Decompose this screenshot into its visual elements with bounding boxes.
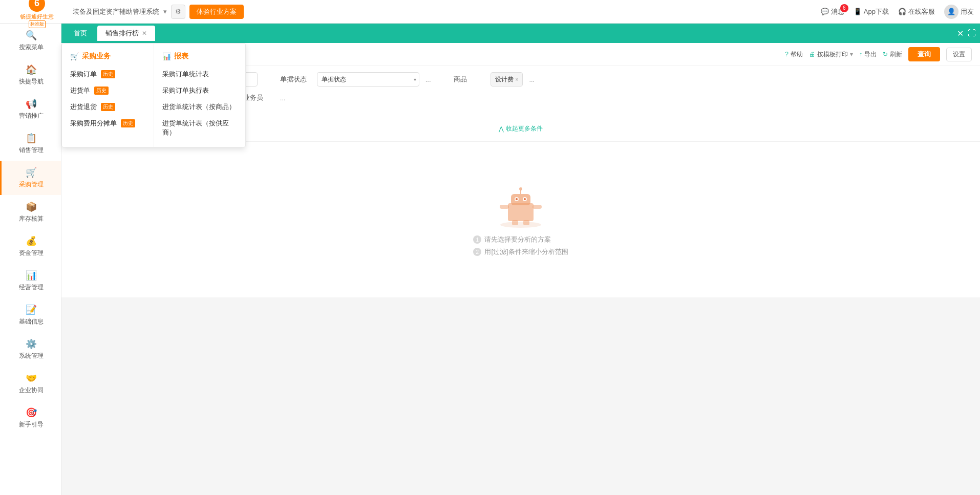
tip2-text: 用[过滤]条件来缩小分析范围 xyxy=(484,247,568,256)
tab-close-window-icon[interactable]: ✕ xyxy=(957,29,964,38)
empty-text: 1 请先选择要分析的方案 2 用[过滤]条件来缩小分析范围 xyxy=(473,235,568,256)
sidebar-item-basic[interactable]: 📝 基础信息 xyxy=(0,298,61,332)
salesman-label: 业务员 xyxy=(243,93,274,102)
print-btn[interactable]: 🖨 按模板打印 ▾ xyxy=(809,50,853,59)
purchase-cost-label: 采购费用分摊单 xyxy=(70,119,117,128)
svg-rect-11 xyxy=(512,220,518,225)
tab-expand-icon[interactable]: ⛶ xyxy=(968,29,976,38)
sidebar-label-marketing: 营销推广 xyxy=(19,112,44,120)
collapse-arrow-icon: ⋀ xyxy=(499,125,504,133)
doc-status-dots[interactable]: ... xyxy=(425,76,431,83)
report-header-icon: 📊 xyxy=(162,52,171,60)
dropdown-purchase-title: 采购业务 xyxy=(82,52,111,61)
dropdown-item-purchase-order[interactable]: 采购订单 历史 xyxy=(62,66,154,82)
enterprise-icon: 🤝 xyxy=(26,373,37,384)
history-tag-4: 历史 xyxy=(121,119,135,127)
marketing-icon: 📢 xyxy=(26,98,37,110)
export-btn[interactable]: ↑ 导出 xyxy=(859,50,877,59)
doc-status-select[interactable]: 单据状态 xyxy=(317,72,419,87)
dropdown-item-report-order-exec[interactable]: 采购订单执行表 xyxy=(154,82,246,99)
help-btn[interactable]: ? 帮助 xyxy=(785,50,803,59)
tab-close-icon[interactable]: ✕ xyxy=(142,30,147,37)
operation-icon: 📊 xyxy=(26,270,37,281)
tab-sales-rank[interactable]: 销售排行榜 ✕ xyxy=(97,26,155,41)
svg-rect-1 xyxy=(508,203,534,221)
svg-point-5 xyxy=(516,198,518,200)
tip1-text: 请先选择要分析的方案 xyxy=(484,235,551,244)
tab-sales-rank-label: 销售排行榜 xyxy=(105,29,139,38)
tab-bar-right: ✕ ⛶ xyxy=(957,29,976,38)
print-label: 按模板打印 xyxy=(817,50,848,59)
message-icon: 💬 xyxy=(821,8,829,15)
user-btn[interactable]: 👤 用友 xyxy=(944,5,974,19)
sidebar-item-operation[interactable]: 📊 经营管理 xyxy=(0,264,61,298)
sidebar-item-finance[interactable]: 💰 资金管理 xyxy=(0,229,61,264)
sidebar-item-purchase[interactable]: 🛒 采购管理 xyxy=(0,161,61,195)
query-button[interactable]: 查询 xyxy=(908,47,940,61)
salesman-dots[interactable]: ... xyxy=(280,94,286,102)
dropdown-report-header: 📊 报表 xyxy=(154,50,246,66)
tip2-num: 2 xyxy=(473,248,481,256)
message-btn[interactable]: 💬 消息 6 xyxy=(821,7,844,16)
print-icon: 🖨 xyxy=(809,51,815,58)
home-icon: 🏠 xyxy=(26,64,37,75)
dropdown-item-report-order-stat[interactable]: 采购订单统计表 xyxy=(154,66,246,82)
goods-dots[interactable]: ... xyxy=(529,76,535,83)
purchase-header-icon: 🛒 xyxy=(70,52,79,60)
gear-button[interactable]: ⚙ xyxy=(171,5,185,19)
sidebar-label-basic: 基础信息 xyxy=(19,317,44,326)
tab-home[interactable]: 首页 xyxy=(66,26,95,41)
history-tag-2: 历史 xyxy=(94,87,109,95)
online-service-btn[interactable]: 🎧 在线客服 xyxy=(898,7,935,16)
export-icon: ↑ xyxy=(859,51,862,58)
export-label: 导出 xyxy=(864,50,877,59)
purchase-order-label: 采购订单 xyxy=(70,70,97,79)
sidebar-label-sales: 销售管理 xyxy=(19,146,44,155)
system-dropdown-arrow[interactable]: ▾ xyxy=(163,8,167,15)
sidebar-item-inventory[interactable]: 📦 库存核算 xyxy=(0,195,61,229)
tab-bar: 首页 销售排行榜 ✕ ✕ ⛶ xyxy=(61,24,980,43)
dropdown-item-purchase-in[interactable]: 进货单 历史 xyxy=(62,82,154,99)
headset-icon: 🎧 xyxy=(898,8,906,15)
search-icon: 🔍 xyxy=(26,30,37,41)
dropdown-item-purchase-return[interactable]: 进货退货 历史 xyxy=(62,99,154,115)
sidebar-item-search[interactable]: 🔍 搜索菜单 xyxy=(0,24,61,58)
sidebar-item-enterprise[interactable]: 🤝 企业协同 xyxy=(0,367,61,401)
sidebar-item-marketing[interactable]: 📢 营销推广 xyxy=(0,92,61,126)
dropdown-report-title: 报表 xyxy=(174,52,188,61)
user-label: 用友 xyxy=(961,7,974,16)
goods-tag-close[interactable]: × xyxy=(516,77,519,82)
industry-btn[interactable]: 体验行业方案 xyxy=(189,5,244,19)
sidebar-label-guide: 新手引导 xyxy=(19,420,44,429)
app-download-btn[interactable]: 📱 App下载 xyxy=(854,7,889,16)
dropdown-item-purchase-cost[interactable]: 采购费用分摊单 历史 xyxy=(62,115,154,132)
dropdown-item-report-in-goods[interactable]: 进货单统计表（按商品） xyxy=(154,99,246,115)
dropdown-item-report-in-supplier[interactable]: 进货单统计表（按供应商） xyxy=(154,115,246,141)
sidebar-item-system[interactable]: ⚙️ 系统管理 xyxy=(0,332,61,367)
print-dropdown-icon[interactable]: ▾ xyxy=(850,51,853,58)
goods-tag: 设计费 × xyxy=(491,72,523,87)
dropdown-report-col: 📊 报表 采购订单统计表 采购订单执行表 进货单统计表（按商品） 进货单统计表（… xyxy=(154,44,246,147)
guide-icon: 🎯 xyxy=(26,407,37,418)
sidebar-item-quick[interactable]: 🏠 快捷导航 xyxy=(0,58,61,92)
settings-button[interactable]: 设置 xyxy=(946,48,972,61)
sidebar-item-guide[interactable]: 🎯 新手引导 xyxy=(0,401,61,435)
service-label: 在线客服 xyxy=(908,7,935,16)
svg-point-6 xyxy=(524,198,526,200)
empty-tip-2: 2 用[过滤]条件来缩小分析范围 xyxy=(473,247,568,256)
logo-area: 6 畅捷通好生意 标准版 xyxy=(6,0,68,28)
svg-rect-10 xyxy=(532,205,542,209)
sidebar-item-sales[interactable]: 📋 销售管理 xyxy=(0,126,61,161)
refresh-btn[interactable]: ↻ 刷新 xyxy=(883,50,902,59)
logo-text: 畅捷通好生意 xyxy=(20,13,54,20)
logo-icon: 6 xyxy=(29,0,45,12)
svg-rect-12 xyxy=(523,220,529,225)
sidebar-label-finance: 资金管理 xyxy=(19,249,44,257)
purchase-return-label: 进货退货 xyxy=(70,102,97,112)
inventory-icon: 📦 xyxy=(26,201,37,212)
system-icon: ⚙️ xyxy=(26,338,37,350)
sidebar-label-enterprise: 企业协同 xyxy=(19,386,44,395)
purchase-dropdown-menu: 🛒 采购业务 采购订单 历史 进货单 历史 进货退货 历史 采购费用分摊单 历史… xyxy=(61,43,246,147)
basic-icon: 📝 xyxy=(26,304,37,315)
doc-status-wrapper: 单据状态 xyxy=(317,72,419,87)
